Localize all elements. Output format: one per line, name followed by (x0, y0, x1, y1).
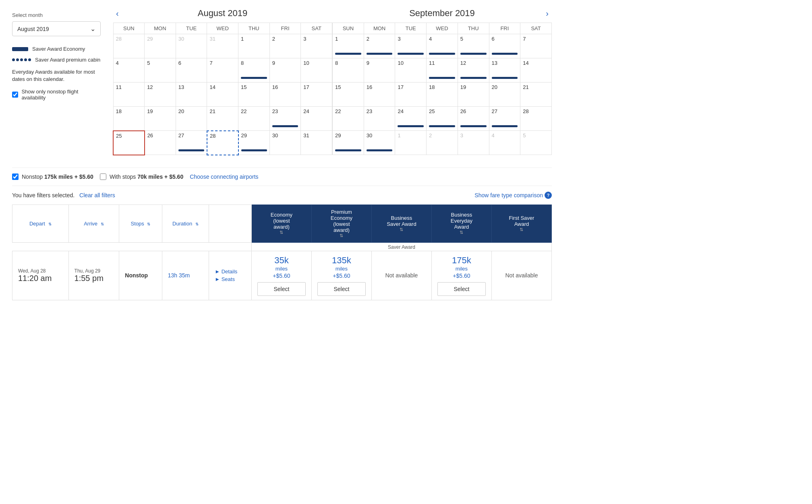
award-header-label-first-saver: First Saver Award (509, 215, 534, 227)
details-link[interactable]: ► Details (215, 269, 246, 275)
nonstop-checkbox[interactable] (12, 91, 18, 98)
calendar-day[interactable]: 26 (145, 131, 176, 155)
calendar-day[interactable]: 10 (395, 58, 427, 83)
calendar-day[interactable]: 16 (269, 83, 301, 107)
with-stops-filter-checkbox[interactable] (100, 174, 106, 180)
calendar-day[interactable]: 3 (458, 131, 489, 155)
calendar-day[interactable]: 7 (207, 58, 238, 83)
next-month-button[interactable]: › (543, 7, 552, 20)
select-button-premium-economy[interactable]: Select (317, 282, 366, 296)
col-header-stops[interactable]: Stops ⇅ (119, 204, 162, 242)
calendar-day[interactable]: 7 (520, 34, 552, 58)
calendar-day[interactable]: 8 (333, 58, 364, 83)
calendar-day[interactable]: 16 (364, 83, 395, 107)
filters-bar: You have filters selected. Clear all fil… (12, 192, 552, 199)
select-button-economy[interactable]: Select (257, 282, 306, 296)
calendar-day[interactable]: 21 (207, 107, 238, 131)
calendar-day[interactable]: 18 (427, 83, 458, 107)
calendar-day[interactable]: 3 (301, 34, 332, 58)
calendar-day[interactable]: 4 (113, 58, 145, 83)
calendar-day[interactable]: 29 (145, 34, 176, 58)
calendar-day[interactable]: 4 (427, 34, 458, 58)
calendar-day[interactable]: 6 (489, 34, 520, 58)
calendar-day[interactable]: 12 (145, 83, 176, 107)
calendar-day[interactable]: 25 (427, 107, 458, 131)
calendar-day[interactable]: 18 (113, 107, 145, 131)
calendar-day[interactable]: 15 (333, 83, 364, 107)
calendar-day[interactable]: 29 (333, 131, 364, 155)
calendar-day[interactable]: 9 (364, 58, 395, 83)
calendar-day[interactable]: 2 (427, 131, 458, 155)
calendar-day[interactable]: 30 (176, 34, 207, 58)
calendar-day[interactable]: 22 (333, 107, 364, 131)
calendar-day[interactable]: 17 (395, 83, 427, 107)
col-header-award-economy[interactable]: Economy (lowest award) ⇅ (251, 204, 311, 242)
calendar-day[interactable]: 5 (520, 131, 552, 155)
calendar-day[interactable]: 31 (301, 131, 332, 155)
calendar-day[interactable]: 21 (520, 83, 552, 107)
calendar-day[interactable]: 13 (489, 58, 520, 83)
clear-filters-link[interactable]: Clear all filters (79, 192, 115, 198)
calendar-day[interactable]: 8 (238, 58, 270, 83)
calendar-day[interactable]: 24 (301, 107, 332, 131)
col-header-award-business-everyday[interactable]: Business Everyday Award ⇅ (431, 204, 491, 242)
calendar-day[interactable]: 14 (520, 58, 552, 83)
calendar-day[interactable]: 24 (395, 107, 427, 131)
nonstop-filter-checkbox[interactable] (12, 174, 19, 180)
calendar-day[interactable]: 14 (207, 83, 238, 107)
nonstop-checkbox-label[interactable]: Show only nonstop flight availability (12, 89, 101, 101)
calendar-day[interactable]: 17 (301, 83, 332, 107)
connecting-airports-link[interactable]: Choose connecting airports (190, 174, 258, 180)
calendar-day[interactable]: 1 (238, 34, 270, 58)
calendar-day[interactable]: 30 (364, 131, 395, 155)
calendar-day[interactable]: 19 (458, 83, 489, 107)
fare-comparison-link[interactable]: Show fare type comparison ? (474, 192, 552, 199)
august-calendar-header: ‹ August 2019 (113, 8, 332, 19)
calendar-day[interactable]: 1 (333, 34, 364, 58)
calendar-day[interactable]: 22 (238, 107, 270, 131)
calendar-day[interactable]: 23 (364, 107, 395, 131)
calendar-day[interactable]: 31 (207, 34, 238, 58)
calendar-day[interactable]: 13 (176, 83, 207, 107)
calendar-day[interactable]: 30 (269, 131, 301, 155)
calendar-day[interactable]: 2 (269, 34, 301, 58)
calendar-day[interactable]: 9 (269, 58, 301, 83)
col-header-award-business-saver[interactable]: Business Saver Award ⇅ (371, 204, 431, 242)
calendar-day[interactable]: 10 (301, 58, 332, 83)
month-dropdown[interactable]: August 2019 ⌄ (12, 21, 101, 36)
col-header-award-premium-economy[interactable]: Premium Economy (lowest award) ⇅ (311, 204, 371, 242)
calendar-day[interactable]: 5 (145, 58, 176, 83)
nonstop-filter-group: Nonstop 175k miles + $5.60 (12, 174, 93, 180)
calendar-day[interactable]: 20 (489, 83, 520, 107)
col-header-arrive[interactable]: Arrive ⇅ (68, 204, 119, 242)
calendar-day[interactable]: 11 (113, 83, 145, 107)
col-header-depart[interactable]: Depart ⇅ (12, 204, 69, 242)
select-button-business-everyday[interactable]: Select (437, 282, 486, 296)
award-price-business-everyday: +$5.60 (437, 273, 486, 279)
calendar-day[interactable]: 2 (364, 34, 395, 58)
prev-month-button[interactable]: ‹ (113, 7, 122, 20)
availability-bar-icon (241, 77, 267, 79)
calendar-day[interactable]: 28 (207, 131, 238, 155)
calendar-day[interactable]: 4 (489, 131, 520, 155)
col-header-award-first-saver[interactable]: First Saver Award ⇅ (491, 204, 551, 242)
calendar-day[interactable]: 26 (458, 107, 489, 131)
calendar-day[interactable]: 3 (395, 34, 427, 58)
calendar-day[interactable]: 27 (489, 107, 520, 131)
calendar-day[interactable]: 19 (145, 107, 176, 131)
calendar-day[interactable]: 1 (395, 131, 427, 155)
calendar-day[interactable]: 6 (176, 58, 207, 83)
calendar-day[interactable]: 20 (176, 107, 207, 131)
calendar-day[interactable]: 25 (113, 131, 145, 155)
calendar-day[interactable]: 27 (176, 131, 207, 155)
calendar-day[interactable]: 15 (238, 83, 270, 107)
calendar-day[interactable]: 12 (458, 58, 489, 83)
calendar-day[interactable]: 5 (458, 34, 489, 58)
seats-link[interactable]: ► Seats (215, 276, 246, 282)
col-header-duration[interactable]: Duration ⇅ (162, 204, 209, 242)
calendar-day[interactable]: 11 (427, 58, 458, 83)
calendar-day[interactable]: 28 (520, 107, 552, 131)
calendar-day[interactable]: 29 (238, 131, 270, 155)
calendar-day[interactable]: 23 (269, 107, 301, 131)
calendar-day[interactable]: 28 (113, 34, 145, 58)
